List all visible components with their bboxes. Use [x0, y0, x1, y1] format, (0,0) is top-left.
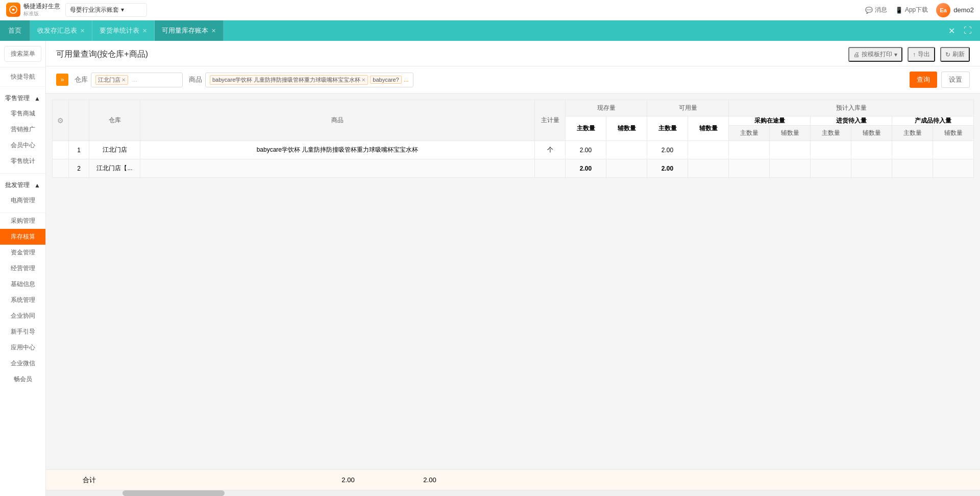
filter-expand-button[interactable]: »: [56, 74, 68, 86]
sidebar-item-quick-nav[interactable]: 快捷导航: [0, 67, 45, 87]
tab-keyongliang[interactable]: 可用量库存账本 ✕: [155, 20, 224, 41]
product-filter-input[interactable]: babycare学饮杯 儿童防摔防撞吸管杯重力球吸嘴杯宝宝水杯 ✕ babyca…: [205, 73, 413, 87]
page-title: 可用量查询(按仓库+商品): [56, 49, 148, 60]
warehouse-tag: 江北门店 ✕: [95, 75, 128, 85]
industry-label: 母婴行业演示账套: [70, 6, 119, 14]
avatar: Ea: [936, 3, 950, 17]
wholesale-section-label: 批发管理: [5, 181, 30, 190]
nav-right-actions: ✕ ⛶: [939, 20, 980, 41]
th-no: [69, 100, 89, 141]
sidebar-item-app-center[interactable]: 应用中心: [0, 340, 45, 356]
horizontal-scrollbar[interactable]: [46, 490, 980, 496]
logo-text-area: 畅捷通好生意 标准版: [23, 3, 60, 17]
warehouse-tag-remove[interactable]: ✕: [121, 77, 126, 83]
gear-icon[interactable]: ⚙: [57, 116, 64, 125]
th-unit: 主计量: [535, 100, 566, 141]
sidebar-section-wholesale: 批发管理 ▲ 电商管理: [0, 174, 45, 213]
th-available-aux: 辅数量: [688, 116, 729, 141]
th-stock: 现存量: [566, 100, 647, 116]
sidebar-item-retail-stats[interactable]: 零售统计: [0, 153, 45, 169]
tab-home-label: 首页: [8, 26, 21, 35]
sidebar-item-operations[interactable]: 经营管理: [0, 261, 45, 276]
table-container[interactable]: ⚙ 仓库 商品 主计量 现存量 可用量 预计入库量 主数量 辅数量 主数量: [46, 93, 980, 469]
product-tag-1-remove[interactable]: ✕: [361, 77, 365, 83]
scrollbar-thumb[interactable]: [122, 490, 225, 496]
retail-section-chevron: ▲: [34, 95, 40, 102]
cell-avail-main: 2.00: [647, 141, 688, 159]
cell-gear-2: [53, 159, 69, 178]
table-footer: 合计 2.00 2.00: [46, 469, 980, 490]
message-button[interactable]: 💬 消息: [865, 6, 887, 14]
sidebar-item-ecommerce[interactable]: 电商管理: [0, 193, 45, 208]
cell-stock-main-2: 2.00: [566, 159, 606, 178]
sidebar-item-member[interactable]: 会员中心: [0, 137, 45, 153]
refresh-icon: ↻: [945, 51, 950, 58]
logo-area: 畅捷通好生意 标准版: [6, 3, 60, 17]
print-label: 按模板打印: [862, 50, 892, 59]
product-tag-1: babycare学饮杯 儿童防摔防撞吸管杯重力球吸嘴杯宝宝水杯 ✕: [210, 75, 368, 85]
sidebar-item-basic-info[interactable]: 基础信息: [0, 276, 45, 292]
cell-in-aux: [851, 141, 892, 159]
settings-button[interactable]: 设置: [941, 72, 970, 88]
sidebar-section-wholesale-header[interactable]: 批发管理 ▲: [0, 178, 45, 193]
th-incoming: 进货待入量: [811, 116, 892, 126]
footer-stock-main: 2.00: [328, 476, 369, 484]
maximize-button[interactable]: ⛶: [962, 25, 974, 37]
refresh-label: 刷新: [952, 50, 965, 59]
cell-fin-main-2: [892, 159, 933, 178]
product-filter-group: 商品 babycare学饮杯 儿童防摔防撞吸管杯重力球吸嘴杯宝宝水杯 ✕ bab…: [189, 73, 413, 87]
sidebar-item-enterprise[interactable]: 企业协同: [0, 308, 45, 324]
sidebar-item-wechat[interactable]: 企业微信: [0, 356, 45, 371]
main-layout: 搜索菜单 快捷导航 零售管理 ▲ 零售商城 营销推广 会员中心 零售统计 批发管…: [0, 41, 980, 496]
refresh-button[interactable]: ↻ 刷新: [940, 47, 970, 62]
header-right: 💬 消息 📱 App下载 Ea demo2: [865, 3, 974, 17]
cell-warehouse: 江北门店: [89, 141, 140, 159]
search-menu-button[interactable]: 搜索菜单: [4, 46, 41, 62]
tab-shoufacun[interactable]: 收发存汇总表 ✕: [30, 20, 92, 41]
footer-row: 合计 2.00 2.00: [52, 476, 974, 485]
footer-avail-main: 2.00: [409, 476, 450, 484]
sidebar-item-purchase[interactable]: 采购管理: [0, 213, 45, 229]
warehouse-filter-input[interactable]: 江北门店 ✕ ...: [91, 73, 183, 87]
export-button[interactable]: ↑ 导出: [908, 47, 935, 62]
cell-pt-main-2: [729, 159, 770, 178]
sidebar-item-retail-mall[interactable]: 零售商城: [0, 106, 45, 122]
close-window-button[interactable]: ✕: [945, 25, 958, 37]
sidebar-section-retail-header[interactable]: 零售管理 ▲: [0, 91, 45, 106]
warehouse-filter-group: 仓库 江北门店 ✕ ...: [75, 73, 183, 87]
tab-yaohuo[interactable]: 要货单统计表 ✕: [92, 20, 155, 41]
sidebar-item-system[interactable]: 系统管理: [0, 292, 45, 308]
cell-product: babycare学饮杯 儿童防摔防撞吸管杯重力球吸嘴杯宝宝水杯: [140, 141, 535, 159]
cell-stock-aux-2: [606, 159, 647, 178]
sidebar-item-marketing[interactable]: 营销推广: [0, 122, 45, 137]
user-avatar-area[interactable]: Ea demo2: [936, 3, 974, 17]
th-planned-inbound: 预计入库量: [729, 100, 974, 116]
cell-gear: [53, 141, 69, 159]
th-purchase-transit: 采购在途量: [729, 116, 811, 126]
username-label: demo2: [953, 6, 974, 14]
print-button[interactable]: 🖨 按模板打印 ▾: [848, 47, 902, 62]
tab-yaohuo-close[interactable]: ✕: [142, 28, 147, 34]
tab-home[interactable]: 首页: [0, 20, 30, 41]
app-download-button[interactable]: 📱 App下载: [895, 6, 928, 14]
query-button[interactable]: 查询: [910, 72, 937, 88]
th-stock-main: 主数量: [566, 116, 606, 141]
th-fin-aux: 辅数量: [933, 126, 974, 141]
chevron-down-icon: ▾: [121, 6, 124, 13]
sidebar-item-changyuanvip[interactable]: 畅会员: [0, 371, 45, 387]
tab-keyongliang-close[interactable]: ✕: [211, 28, 216, 34]
th-in-aux: 辅数量: [851, 126, 892, 141]
table-row: 1 江北门店 babycare学饮杯 儿童防摔防撞吸管杯重力球吸嘴杯宝宝水杯 个…: [53, 141, 974, 159]
tab-shoufacun-close[interactable]: ✕: [80, 28, 85, 34]
logo-subtitle: 标准版: [23, 10, 60, 17]
app-download-label: App下载: [905, 6, 928, 14]
cell-pt-aux-2: [770, 159, 811, 178]
sidebar-item-finance[interactable]: 资金管理: [0, 245, 45, 261]
th-product: 商品: [140, 100, 535, 141]
th-fin-main: 主数量: [892, 126, 933, 141]
th-stock-aux: 辅数量: [606, 116, 647, 141]
sidebar-item-inventory[interactable]: 库存核算: [0, 229, 45, 245]
sidebar-item-newbie[interactable]: 新手引导: [0, 324, 45, 340]
industry-selector[interactable]: 母婴行业演示账套 ▾: [65, 3, 147, 17]
th-pt-aux: 辅数量: [770, 126, 811, 141]
